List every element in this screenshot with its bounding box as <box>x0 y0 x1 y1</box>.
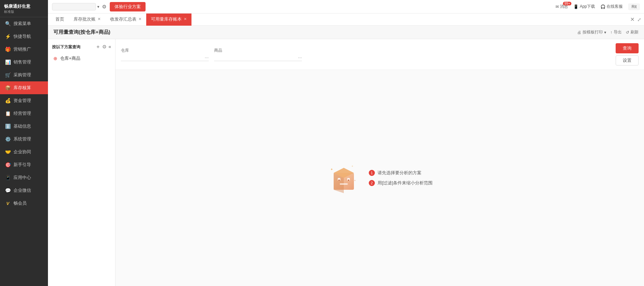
empty-tips: 1 请先选择要分析的方案 2 用[过滤]条件来缩小分析范围 <box>369 170 433 186</box>
scheme-icon: ⊕ <box>53 56 57 61</box>
settings-scheme-button[interactable]: ⊙ <box>102 44 106 50</box>
filter-product-more-icon[interactable]: ··· <box>298 55 302 60</box>
app-download-label: App下载 <box>580 4 595 9</box>
sidebar-item-new-guide[interactable]: 🎯 新手引导 <box>0 158 48 171</box>
right-panel: 仓库 ··· 商品 ··· 查询 设置 <box>115 39 644 286</box>
filter-product-input[interactable] <box>214 55 297 60</box>
tabbar-actions: ✕ ⤢ <box>630 16 641 23</box>
message-badge[interactable]: ✉ 消息 99+ <box>556 4 568 9</box>
sidebar-item-app-center[interactable]: 📱 应用中心 <box>0 171 48 184</box>
tab-receipts-summary[interactable]: 收发存汇总表 ✕ <box>105 14 146 26</box>
print-template-button[interactable]: 🖨 按模板打印 ▾ <box>577 29 606 35</box>
topbar-gear-icon[interactable]: ⚙ <box>102 4 106 10</box>
chart-icon: 📊 <box>5 59 11 65</box>
tabbar-expand-icon[interactable]: ⤢ <box>637 17 641 22</box>
phone-icon: 📱 <box>573 4 578 9</box>
tab-inventory-batch[interactable]: 库存批次账 ✕ <box>69 14 105 26</box>
svg-rect-7 <box>340 183 348 185</box>
page-header: 可用量查询(按仓库+商品) 🖨 按模板打印 ▾ ↑ 导出 ↺ 刷新 <box>48 26 644 39</box>
sidebar-item-vip[interactable]: V 畅会员 <box>0 197 48 210</box>
sidebar-item-shortcut[interactable]: ⚡ 快捷导航 <box>0 30 48 43</box>
filter-warehouse-more-icon[interactable]: ··· <box>205 55 209 60</box>
left-panel-actions: ＋ ⊙ « <box>96 44 111 50</box>
sidebar-item-label: 基础信息 <box>14 123 31 129</box>
refresh-button[interactable]: ↺ 刷新 <box>626 29 639 35</box>
sidebar-item-label: 营销推广 <box>14 46 31 52</box>
tab-home[interactable]: 首页 <box>51 14 69 26</box>
empty-state: ✦ ✦ ✦ 1 请先选择要分析的方案 2 用[过滤]条件来缩小分析范围 <box>115 70 644 286</box>
svg-rect-5 <box>338 180 340 181</box>
main-area: ▾ ⚙ 体验行业方案 ✉ 消息 99+ 📱 App下载 🎧 在线客服 Rit 首… <box>48 0 644 286</box>
info-icon: ℹ️ <box>5 123 11 129</box>
sidebar-item-label: 销售管理 <box>14 59 31 65</box>
sidebar-item-sales-mgmt[interactable]: 📊 销售管理 <box>0 56 48 69</box>
topbar-right: ✉ 消息 99+ 📱 App下载 🎧 在线客服 Rit <box>556 3 640 10</box>
filter-warehouse-label: 仓库 <box>121 48 209 53</box>
tab-receipts-summary-close[interactable]: ✕ <box>138 17 141 21</box>
export-button[interactable]: ↑ 导出 <box>610 29 622 35</box>
wechat-icon: 💬 <box>5 187 11 193</box>
filter-product-field: 商品 ··· <box>214 48 302 61</box>
sidebar-item-label: 库存核算 <box>14 85 31 91</box>
gear-icon: ⚙️ <box>5 136 11 142</box>
target-icon: 🎯 <box>5 162 11 168</box>
sidebar-item-label: 资金管理 <box>14 98 31 104</box>
sidebar-item-sys-mgmt[interactable]: ⚙️ 系统管理 <box>0 133 48 146</box>
tab-home-label: 首页 <box>55 16 64 22</box>
app-download-link[interactable]: 📱 App下载 <box>573 4 595 9</box>
dropdown-arrow-icon[interactable]: ▾ <box>97 4 99 9</box>
filter-product-label: 商品 <box>214 48 302 53</box>
industry-solution-button[interactable]: 体验行业方案 <box>110 2 146 11</box>
scheme-warehouse-product[interactable]: ⊕ 仓库+商品 <box>48 53 115 64</box>
message-count-badge: 99+ <box>563 2 571 5</box>
sidebar-item-purchase-mgmt[interactable]: 🛒 采购管理 <box>0 69 48 81</box>
query-button[interactable]: 查询 <box>616 43 639 53</box>
mobile-icon: 📱 <box>5 175 11 181</box>
sidebar-item-search[interactable]: 🔍 搜索菜单 <box>0 17 48 30</box>
gift-icon: 🎁 <box>5 46 11 52</box>
tab-available-stock[interactable]: 可用量库存账本 ✕ <box>146 14 191 26</box>
sidebar-item-basic-info[interactable]: ℹ️ 基础信息 <box>0 120 48 133</box>
headset-icon: 🎧 <box>600 4 606 9</box>
sidebar-item-label: 企业微信 <box>14 187 31 193</box>
sidebar-scroll: 🔍 搜索菜单 ⚡ 快捷导航 🎁 营销推广 📊 销售管理 🛒 采购管理 📦 库存核… <box>0 17 48 286</box>
collapse-left-panel-button[interactable]: « <box>108 44 111 50</box>
user-menu[interactable]: Rit <box>628 3 640 10</box>
tabbar-close-all-icon[interactable]: ✕ <box>630 16 635 23</box>
clipboard-icon: 📋 <box>5 110 11 116</box>
export-icon: ↑ <box>610 30 612 35</box>
sidebar-item-label: 采购管理 <box>14 72 31 78</box>
sidebar-item-label: 应用中心 <box>14 175 31 181</box>
empty-illustration: ✦ ✦ ✦ <box>327 161 361 195</box>
filter-bar: 仓库 ··· 商品 ··· 查询 设置 <box>115 39 644 70</box>
sidebar-item-marketing-promo[interactable]: 🎁 营销推广 <box>0 43 48 56</box>
sidebar-item-label: 系统管理 <box>14 136 31 142</box>
tip-number-2: 2 <box>369 180 375 186</box>
filter-warehouse-input[interactable] <box>121 55 203 60</box>
sidebar-item-ops-mgmt[interactable]: 📋 经营管理 <box>0 107 48 120</box>
app-name: 畅康通好生意 <box>4 3 44 9</box>
sidebar-item-label: 畅会员 <box>14 200 27 206</box>
left-panel-title: 按以下方案查询 <box>52 44 96 50</box>
sidebar-item-fund-mgmt[interactable]: 💰 资金管理 <box>0 94 48 107</box>
online-service-link[interactable]: 🎧 在线客服 <box>600 4 623 9</box>
page-title: 可用量查询(按仓库+商品) <box>53 29 577 35</box>
filter-warehouse-field: 仓库 ··· <box>121 48 209 61</box>
sidebar-item-enterprise-collab[interactable]: 🤝 企业协同 <box>0 146 48 158</box>
scheme-label: 仓库+商品 <box>60 55 80 61</box>
add-scheme-button[interactable]: ＋ <box>96 44 100 50</box>
online-service-label: 在线客服 <box>607 4 623 9</box>
tab-inventory-batch-close[interactable]: ✕ <box>98 17 101 21</box>
cart-icon: 🛒 <box>5 72 11 78</box>
tab-receipts-summary-label: 收发存汇总表 <box>110 16 136 22</box>
tab-available-stock-close[interactable]: ✕ <box>184 17 187 21</box>
sidebar-item-enterprise-wechat[interactable]: 💬 企业微信 <box>0 184 48 197</box>
app-version: 标准版 <box>4 9 44 14</box>
sidebar: 畅康通好生意 标准版 🔍 搜索菜单 ⚡ 快捷导航 🎁 营销推广 📊 销售管理 🛒… <box>0 0 48 286</box>
search-input[interactable] <box>52 3 96 10</box>
print-icon: 🖨 <box>577 30 581 35</box>
shortcut-icon: ⚡ <box>5 33 11 40</box>
filter-product-wrapper: ··· <box>214 55 302 61</box>
filter-settings-button[interactable]: 设置 <box>616 55 639 66</box>
sidebar-item-inventory-calc[interactable]: 📦 库存核算 <box>0 81 48 94</box>
